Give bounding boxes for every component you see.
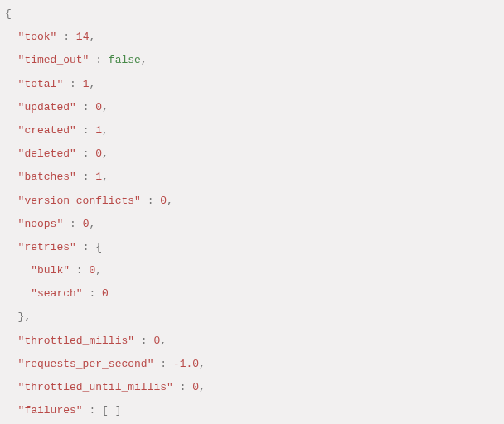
line-updated: "updated" : 0,: [5, 100, 504, 115]
line-created: "created" : 1,: [5, 123, 504, 138]
line-total: "total" : 1,: [5, 77, 504, 92]
line-throttled-until-millis: "throttled_until_millis" : 0,: [5, 380, 504, 395]
line-search: "search" : 0: [5, 287, 504, 301]
line-throttled-millis: "throttled_millis" : 0,: [5, 334, 504, 349]
line-failures: "failures" : [ ]: [5, 403, 504, 418]
line-batches: "batches" : 1,: [5, 170, 504, 185]
line-retries-close: },: [5, 310, 504, 325]
line-timed-out: "timed_out" : false,: [5, 53, 504, 68]
line-version-conflicts: "version_conflicts" : 0,: [5, 194, 504, 209]
line-open-brace: {: [5, 7, 504, 22]
line-retries-open: "retries" : {: [5, 240, 504, 255]
line-took: "took" : 14,: [5, 30, 504, 45]
line-deleted: "deleted" : 0,: [5, 147, 504, 161]
line-noops: "noops" : 0,: [5, 217, 504, 232]
line-bulk: "bulk" : 0,: [5, 263, 504, 278]
line-requests-per-second: "requests_per_second" : -1.0,: [5, 357, 504, 372]
code-block: { "took" : 14, "timed_out" : false, "tot…: [5, 7, 504, 424]
